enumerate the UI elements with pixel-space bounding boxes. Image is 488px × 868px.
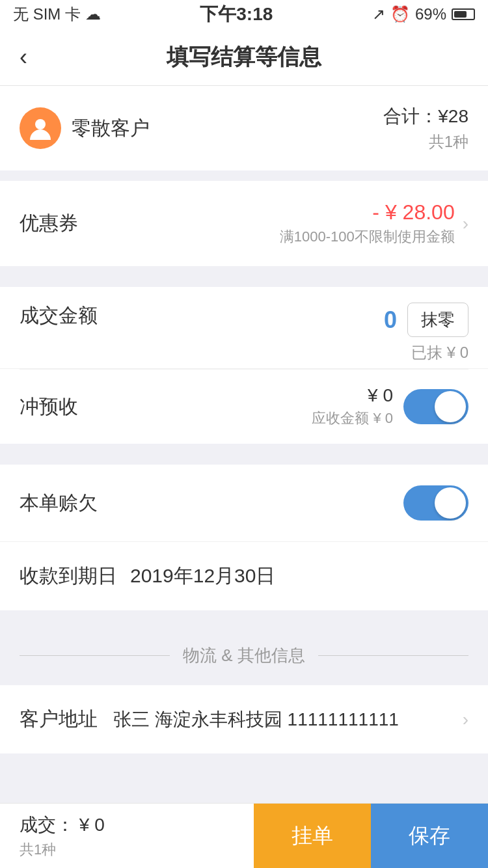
header-line-left [20, 655, 170, 656]
toggle-knob [435, 391, 466, 422]
save-button[interactable]: 保存 [371, 804, 488, 868]
battery-text: 69% [415, 5, 446, 23]
customer-row: 零散客户 合计：¥28 共1种 [0, 86, 488, 170]
status-left: 无 SIM 卡 ☁ [13, 4, 101, 25]
bottom-transaction-label: 成交： [20, 815, 74, 835]
coupon-right: - ¥ 28.00 满1000-100不限制使用金额 › [280, 200, 468, 247]
due-date-row: 收款到期日 2019年12月30日 [0, 542, 488, 610]
address-value: 张三 海淀永丰科技园 11111111111 [113, 707, 463, 732]
page-title: 填写结算等信息 [167, 42, 321, 72]
coupon-label: 优惠券 [20, 210, 78, 237]
deduct-right: ¥ 0 应收金额 ¥ 0 [312, 385, 468, 428]
debt-toggle[interactable] [403, 485, 468, 521]
due-date-value[interactable]: 2019年12月30日 [130, 563, 275, 590]
coupon-row[interactable]: 优惠券 - ¥ 28.00 满1000-100不限制使用金额 › [0, 181, 488, 266]
svg-point-0 [35, 119, 46, 129]
deduct-sub-value: 应收金额 ¥ 0 [312, 409, 393, 428]
location-icon: ↗ [372, 5, 385, 23]
status-bar: 无 SIM 卡 ☁ 下午3:18 ↗ ⏰ 69% [0, 0, 488, 29]
address-label: 客户地址 [20, 706, 98, 733]
total-count: 共1种 [383, 131, 468, 152]
header-line-right [318, 655, 468, 656]
no-sim-text: 无 SIM 卡 ☁ [13, 4, 101, 25]
bottom-bar: 成交： ¥ 0 共1种 挂单 保存 [0, 803, 488, 868]
round-button[interactable]: 抹零 [407, 303, 468, 337]
nav-bar: ‹ 填写结算等信息 [0, 29, 488, 86]
alarm-icon: ⏰ [390, 5, 410, 23]
customer-left: 零散客户 [20, 107, 150, 149]
discount-desc: 满1000-100不限制使用金额 [280, 227, 455, 247]
transaction-label: 成交金额 [20, 303, 98, 329]
total-amount: 合计：¥28 [383, 104, 468, 129]
chevron-right-icon: › [463, 213, 468, 234]
transaction-section: 成交金额 0 抹零 已抹 ¥ 0 冲预收 ¥ 0 应收金额 ¥ 0 [0, 287, 488, 444]
due-date-label: 收款到期日 [20, 563, 117, 590]
status-right: ↗ ⏰ 69% [372, 5, 475, 23]
status-time: 下午3:18 [200, 2, 273, 27]
pending-button[interactable]: 挂单 [254, 804, 371, 868]
discount-amount: - ¥ 28.00 [280, 200, 455, 224]
battery-icon [452, 8, 475, 20]
address-chevron-icon: › [463, 709, 468, 730]
deduct-value: ¥ 0 应收金额 ¥ 0 [312, 385, 393, 428]
debt-section: 本单赊欠 收款到期日 2019年12月30日 [0, 465, 488, 610]
back-button[interactable]: ‹ [20, 44, 27, 71]
logistics-header: 物流 & 其他信息 [0, 631, 488, 680]
customer-name: 零散客户 [72, 115, 150, 142]
customer-section: 零散客户 合计：¥28 共1种 [0, 86, 488, 170]
debt-toggle-knob [435, 487, 466, 519]
debt-label: 本单赊欠 [20, 490, 98, 517]
bottom-transaction-value: ¥ 0 [79, 815, 105, 835]
coupon-value: - ¥ 28.00 满1000-100不限制使用金额 [280, 200, 455, 247]
transaction-value[interactable]: 0 [345, 306, 397, 334]
deduct-prepay-label: 冲预收 [20, 394, 78, 420]
address-section[interactable]: 客户地址 张三 海淀永丰科技园 11111111111 › [0, 685, 488, 753]
bottom-transaction: 成交： ¥ 0 [20, 813, 234, 837]
customer-right: 合计：¥28 共1种 [383, 104, 468, 152]
coupon-section[interactable]: 优惠券 - ¥ 28.00 满1000-100不限制使用金额 › [0, 181, 488, 266]
debt-row: 本单赊欠 [0, 465, 488, 542]
bottom-info: 成交： ¥ 0 共1种 [0, 804, 254, 868]
logistics-label: 物流 & 其他信息 [170, 644, 318, 667]
avatar [20, 107, 61, 149]
transaction-row: 成交金额 0 抹零 已抹 ¥ 0 [0, 287, 488, 369]
already-rounded-text: 已抹 ¥ 0 [411, 342, 468, 363]
bottom-count: 共1种 [20, 840, 234, 860]
deduct-prepay-toggle[interactable] [403, 389, 468, 424]
deduct-prepay-row: 冲预收 ¥ 0 应收金额 ¥ 0 [0, 370, 488, 444]
deduct-main-value: ¥ 0 [312, 385, 393, 406]
address-row[interactable]: 客户地址 张三 海淀永丰科技园 11111111111 › [0, 685, 488, 753]
